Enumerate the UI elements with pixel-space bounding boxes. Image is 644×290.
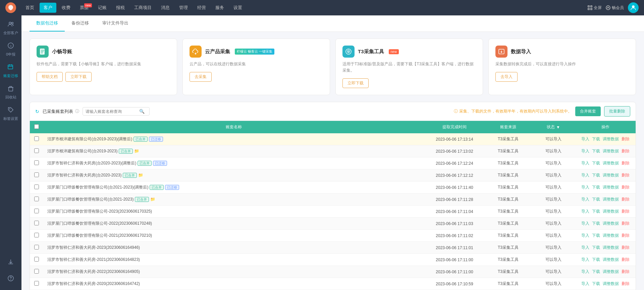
row-checkbox[interactable] xyxy=(34,172,39,177)
nav-tax[interactable]: 报税 xyxy=(112,3,129,13)
action-btn-导入[interactable]: 导入 xyxy=(581,269,589,274)
action-btn-删除[interactable]: 删除 xyxy=(622,281,630,286)
action-btn-调整数据[interactable]: 调整数据 xyxy=(603,269,619,274)
action-btn-调整数据[interactable]: 调整数据 xyxy=(603,257,619,262)
download-now-button-3[interactable]: 立即下载 xyxy=(342,78,369,88)
action-btn-导入[interactable]: 导入 xyxy=(581,209,589,214)
row-checkbox[interactable] xyxy=(34,148,39,153)
row-checkbox[interactable] xyxy=(34,221,39,225)
action-btn-删除[interactable]: 删除 xyxy=(622,197,630,202)
row-checkbox[interactable] xyxy=(34,136,39,141)
nav-message[interactable]: 消息 xyxy=(157,3,174,13)
action-btn-调整数据[interactable]: 调整数据 xyxy=(603,233,619,238)
action-btn-导入[interactable]: 导入 xyxy=(581,233,589,238)
action-btn-导入[interactable]: 导入 xyxy=(581,173,589,177)
user-avatar[interactable] xyxy=(628,2,639,13)
action-btn-下载[interactable]: 下载 xyxy=(592,197,600,202)
help-doc-button[interactable]: 帮助文档 xyxy=(37,72,63,82)
action-btn-删除[interactable]: 删除 xyxy=(622,257,630,262)
th-status[interactable]: 状态 ▼ xyxy=(532,121,575,133)
action-btn-删除[interactable]: 删除 xyxy=(622,209,630,214)
action-btn-导入[interactable]: 导入 xyxy=(581,149,589,153)
row-checkbox[interactable] xyxy=(34,185,39,189)
action-btn-导入[interactable]: 导入 xyxy=(581,197,589,202)
help-icon[interactable] xyxy=(5,272,17,286)
select-all-checkbox[interactable] xyxy=(34,124,39,129)
action-btn-调整数据[interactable]: 调整数据 xyxy=(603,173,619,177)
nav-ticket[interactable]: 票据new xyxy=(76,3,93,13)
action-btn-删除[interactable]: 删除 xyxy=(622,269,630,274)
nav-manage[interactable]: 管理 xyxy=(175,3,192,13)
sidebar-item-account-migration[interactable]: 账套迁移 xyxy=(1,61,20,81)
action-btn-删除[interactable]: 删除 xyxy=(622,245,630,250)
nav-business[interactable]: 工商项目 xyxy=(130,3,156,13)
download-icon[interactable] xyxy=(5,256,17,270)
action-btn-下载[interactable]: 下载 xyxy=(592,233,600,238)
row-checkbox[interactable] xyxy=(34,209,39,213)
action-btn-调整数据[interactable]: 调整数据 xyxy=(603,149,619,153)
sidebar-item-all-customers[interactable]: 全部客户 xyxy=(1,18,20,38)
action-btn-导入[interactable]: 导入 xyxy=(581,185,589,190)
action-btn-调整数据[interactable]: 调整数据 xyxy=(603,161,619,165)
action-btn-导入[interactable]: 导入 xyxy=(581,137,589,141)
action-btn-下载[interactable]: 下载 xyxy=(592,161,600,165)
nav-accounting[interactable]: 记账 xyxy=(94,3,111,13)
row-checkbox[interactable] xyxy=(34,269,39,274)
action-btn-调整数据[interactable]: 调整数据 xyxy=(603,197,619,202)
action-btn-下载[interactable]: 下载 xyxy=(592,281,600,286)
tab-backup-migration[interactable]: 备份迁移 xyxy=(65,15,96,31)
help-circle-icon[interactable]: ⓘ xyxy=(75,108,79,114)
sidebar-item-zero-report[interactable]: 0 0申报 xyxy=(1,40,20,60)
action-btn-删除[interactable]: 删除 xyxy=(622,185,630,190)
action-btn-导入[interactable]: 导入 xyxy=(581,221,589,226)
search-submit-icon[interactable]: 🔍 xyxy=(139,109,145,114)
batch-delete-button[interactable]: 批量删除 xyxy=(604,106,630,117)
nav-fee[interactable]: 收费 xyxy=(58,3,74,13)
refresh-icon[interactable]: ↻ xyxy=(35,109,39,114)
row-checkbox[interactable] xyxy=(34,245,39,249)
action-btn-调整数据[interactable]: 调整数据 xyxy=(603,137,619,141)
action-btn-导入[interactable]: 导入 xyxy=(581,281,589,286)
action-btn-下载[interactable]: 下载 xyxy=(592,269,600,274)
action-btn-下载[interactable]: 下载 xyxy=(592,149,600,153)
action-btn-调整数据[interactable]: 调整数据 xyxy=(603,245,619,250)
go-collect-button[interactable]: 去采集 xyxy=(190,72,212,82)
action-btn-下载[interactable]: 下载 xyxy=(592,209,600,214)
nav-home[interactable]: 首页 xyxy=(21,3,38,13)
nav-service[interactable]: 服务 xyxy=(211,3,228,13)
action-btn-调整数据[interactable]: 调整数据 xyxy=(603,281,619,286)
merge-accounts-button[interactable]: 合并账套 xyxy=(575,106,601,116)
row-checkbox[interactable] xyxy=(34,197,39,201)
row-checkbox[interactable] xyxy=(34,257,39,262)
action-btn-导入[interactable]: 导入 xyxy=(581,245,589,250)
action-btn-删除[interactable]: 删除 xyxy=(622,233,630,238)
action-btn-删除[interactable]: 删除 xyxy=(622,137,630,141)
nav-operation[interactable]: 经营 xyxy=(193,3,210,13)
fullscreen-button[interactable]: 全屏 xyxy=(588,5,602,11)
action-btn-下载[interactable]: 下载 xyxy=(592,173,600,177)
row-checkbox[interactable] xyxy=(34,233,39,237)
action-btn-调整数据[interactable]: 调整数据 xyxy=(603,221,619,226)
go-import-button[interactable]: 去导入 xyxy=(495,72,518,82)
action-btn-调整数据[interactable]: 调整数据 xyxy=(603,185,619,190)
action-btn-导入[interactable]: 导入 xyxy=(581,161,589,165)
action-btn-删除[interactable]: 删除 xyxy=(622,173,630,177)
action-btn-删除[interactable]: 删除 xyxy=(622,149,630,153)
action-btn-删除[interactable]: 删除 xyxy=(622,221,630,226)
download-now-button-1[interactable]: 立即下载 xyxy=(65,72,92,82)
tab-data-migration[interactable]: 数据包迁移 xyxy=(30,15,65,31)
search-input[interactable] xyxy=(86,109,139,114)
nav-settings[interactable]: 设置 xyxy=(229,3,246,13)
sidebar-item-tag-settings[interactable]: 标签设置 xyxy=(1,104,20,124)
sidebar-item-recycle[interactable]: 回收站 xyxy=(1,82,20,102)
action-btn-下载[interactable]: 下载 xyxy=(592,257,600,262)
row-checkbox[interactable] xyxy=(34,160,39,165)
tab-audit-export[interactable]: 审计文件导出 xyxy=(96,15,135,31)
action-btn-下载[interactable]: 下载 xyxy=(592,185,600,190)
action-btn-调整数据[interactable]: 调整数据 xyxy=(603,209,619,214)
member-button[interactable]: 畅会员 xyxy=(606,5,624,11)
row-checkbox[interactable] xyxy=(34,281,39,286)
action-btn-下载[interactable]: 下载 xyxy=(592,245,600,250)
action-btn-删除[interactable]: 删除 xyxy=(622,161,630,165)
action-btn-下载[interactable]: 下载 xyxy=(592,221,600,226)
